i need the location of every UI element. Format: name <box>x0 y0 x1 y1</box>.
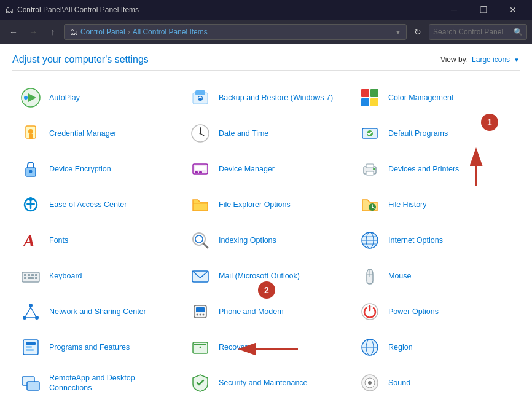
item-ease-of-access[interactable]: Ease of Access Center <box>12 187 181 222</box>
view-by-value[interactable]: Large icons <box>472 55 510 64</box>
search-icon: 🔍 <box>514 28 523 36</box>
svg-text:A: A <box>22 231 35 250</box>
annotation-badge-2: 2 <box>258 281 275 299</box>
mail-label: Mail (Microsoft Outlook) <box>219 271 300 281</box>
color-management-icon <box>358 85 382 110</box>
item-keyboard[interactable]: Keyboard <box>12 259 181 293</box>
item-internet-options[interactable]: Internet Options <box>351 223 520 257</box>
svg-line-37 <box>203 243 208 248</box>
annotation-badge-1: 1 <box>481 114 498 131</box>
item-device-encryption[interactable]: Device Encryption <box>12 152 181 186</box>
indexing-icon <box>188 228 213 253</box>
fonts-icon: A <box>18 228 43 253</box>
svg-rect-6 <box>361 89 369 97</box>
default-programs-label: Default Programs <box>388 128 448 138</box>
date-time-label: Date and Time <box>219 128 268 138</box>
color-management-label: Color Management <box>388 93 453 103</box>
item-color-management[interactable]: Color Management <box>351 81 520 115</box>
view-by-label: View by: <box>440 55 468 64</box>
item-backup-restore[interactable]: Backup and Restore (Windows 7) <box>182 81 350 115</box>
up-button[interactable]: ↑ <box>44 23 61 41</box>
path-dropdown-arrow[interactable]: ▼ <box>395 29 401 36</box>
path-all-items[interactable]: All Control Panel Items <box>133 28 208 36</box>
item-security-maintenance[interactable]: Security and Maintenance <box>182 366 350 397</box>
recovery-label: Recovery <box>219 342 251 352</box>
window-title: Control Panel\All Control Panel Items <box>17 6 139 14</box>
svg-rect-62 <box>196 307 205 312</box>
device-manager-icon <box>188 157 213 181</box>
address-path[interactable]: 🗂 Control Panel › All Control Panel Item… <box>64 24 407 40</box>
svg-rect-46 <box>28 274 30 276</box>
power-options-icon <box>358 299 382 324</box>
mouse-icon <box>358 264 382 288</box>
backup-restore-icon <box>188 85 213 110</box>
sound-label: Sound <box>388 378 410 388</box>
devices-printers-icon <box>358 157 382 181</box>
svg-point-38 <box>195 235 203 243</box>
forward-button[interactable]: → <box>25 23 42 41</box>
svg-rect-7 <box>370 89 378 97</box>
close-button[interactable]: ✕ <box>499 0 527 20</box>
region-icon <box>358 335 382 360</box>
device-encryption-icon <box>18 157 43 181</box>
recovery-icon <box>188 335 213 360</box>
item-network-sharing[interactable]: Network and Sharing Center <box>12 294 181 329</box>
svg-rect-74 <box>194 344 206 345</box>
minimize-button[interactable]: ─ <box>440 0 468 20</box>
view-by-dropdown-arrow[interactable]: ▼ <box>514 57 520 63</box>
item-credential-manager[interactable]: Credential Manager <box>12 116 181 151</box>
svg-rect-4 <box>195 90 205 95</box>
svg-rect-50 <box>28 277 34 279</box>
security-maintenance-icon <box>188 371 213 395</box>
search-input[interactable] <box>433 28 511 36</box>
item-remoteapp[interactable]: RemoteApp and Desktop Connections <box>12 366 181 397</box>
item-programs-features[interactable]: Programs and Features <box>12 330 181 364</box>
item-file-explorer[interactable]: File Explorer Options <box>182 187 350 222</box>
keyboard-label: Keyboard <box>49 271 82 281</box>
item-mouse[interactable]: Mouse <box>351 259 520 293</box>
svg-point-29 <box>373 168 375 170</box>
device-encryption-label: Device Encryption <box>49 164 111 174</box>
item-date-time[interactable]: Date and Time <box>182 116 350 151</box>
search-box[interactable]: 🔍 <box>429 24 527 40</box>
file-history-icon <box>358 192 382 217</box>
device-manager-label: Device Manager <box>219 164 275 174</box>
refresh-button[interactable]: ↻ <box>409 23 426 41</box>
programs-features-icon <box>18 335 43 360</box>
item-power-options[interactable]: Power Options <box>351 294 520 329</box>
content-header: Adjust your computer's settings View by:… <box>12 54 520 71</box>
item-autoplay[interactable]: AutoPlay <box>12 81 181 115</box>
svg-point-2 <box>24 96 28 100</box>
item-phone-modem[interactable]: Phone and Modem <box>182 294 350 329</box>
svg-rect-79 <box>27 382 39 390</box>
restore-button[interactable]: ❐ <box>469 0 498 20</box>
svg-rect-28 <box>366 171 374 175</box>
path-separator-1: › <box>128 28 130 36</box>
item-file-history[interactable]: File History <box>351 187 520 222</box>
ease-of-access-icon <box>18 192 43 217</box>
back-button[interactable]: ← <box>5 23 22 41</box>
item-device-manager[interactable]: Device Manager <box>182 152 350 186</box>
autoplay-label: AutoPlay <box>49 93 80 103</box>
internet-options-icon <box>358 228 382 253</box>
svg-point-57 <box>35 316 39 320</box>
programs-features-label: Programs and Features <box>49 342 130 352</box>
svg-rect-70 <box>26 342 36 345</box>
item-devices-printers[interactable]: Devices and Printers <box>351 152 520 186</box>
path-control-panel[interactable]: Control Panel <box>80 28 125 36</box>
svg-rect-51 <box>35 277 37 279</box>
mail-icon <box>188 264 213 288</box>
credential-manager-icon <box>18 121 43 146</box>
item-recovery[interactable]: Recovery <box>182 330 350 364</box>
item-indexing[interactable]: Indexing Options <box>182 223 350 257</box>
item-region[interactable]: Region <box>351 330 520 364</box>
svg-rect-27 <box>366 164 374 168</box>
sound-icon <box>358 371 382 395</box>
view-by-control: View by: Large icons ▼ <box>440 55 520 64</box>
item-sound[interactable]: Sound <box>351 366 520 397</box>
network-sharing-icon <box>18 299 43 324</box>
svg-rect-72 <box>26 349 34 351</box>
svg-point-64 <box>200 314 201 316</box>
svg-line-59 <box>31 307 36 316</box>
item-fonts[interactable]: A Fonts <box>12 223 181 257</box>
